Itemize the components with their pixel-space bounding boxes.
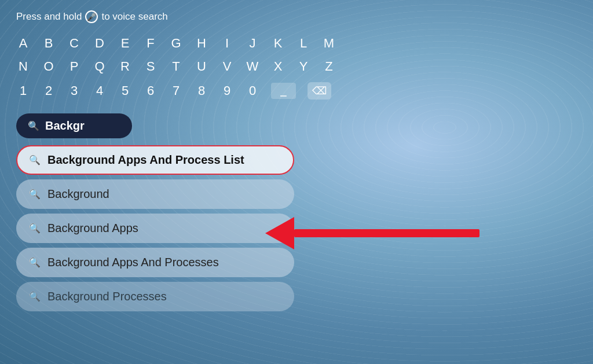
key-7[interactable]: 7 — [169, 83, 183, 98]
key-O[interactable]: O — [42, 59, 56, 74]
suggestion-item-3[interactable]: 🔍 Background Apps — [16, 214, 294, 243]
key-A[interactable]: A — [16, 36, 30, 51]
key-K[interactable]: K — [271, 36, 285, 51]
key-W[interactable]: W — [246, 59, 259, 74]
key-Y[interactable]: Y — [296, 59, 310, 74]
suggestion-text-4: Background Apps And Processes — [47, 256, 219, 269]
search-input-value: Backgr — [45, 119, 85, 133]
key-3[interactable]: 3 — [67, 83, 81, 98]
key-5[interactable]: 5 — [118, 83, 132, 98]
mic-icon: 🎤 — [85, 10, 98, 23]
key-0[interactable]: 0 — [246, 83, 259, 98]
key-H[interactable]: H — [195, 36, 208, 51]
suggestion-item-1[interactable]: 🔍 Background Apps And Process List — [16, 145, 294, 175]
key-F[interactable]: F — [144, 36, 158, 51]
voice-hint-suffix: to voice search — [101, 11, 167, 23]
key-J[interactable]: J — [246, 36, 259, 51]
key-I[interactable]: I — [220, 36, 234, 51]
key-9[interactable]: 9 — [220, 83, 234, 98]
key-S[interactable]: S — [144, 59, 158, 74]
keyboard-row-3: 1 2 3 4 5 6 7 8 9 0 ⎯ ⌫ — [16, 82, 577, 100]
suggestion-item-2[interactable]: 🔍 Background — [16, 179, 294, 209]
key-M[interactable]: M — [322, 36, 336, 51]
keyboard: A B C D E F G H I J K L M N O P Q R S T … — [16, 36, 577, 100]
suggestion-text-3: Background Apps — [47, 222, 138, 235]
search-bar[interactable]: 🔍 Backgr — [16, 113, 132, 138]
key-6[interactable]: 6 — [144, 83, 158, 98]
key-4[interactable]: 4 — [93, 83, 107, 98]
suggestion-search-icon-3: 🔍 — [29, 223, 41, 234]
suggestion-search-icon-1: 🔍 — [29, 155, 41, 166]
key-backspace[interactable]: ⌫ — [308, 82, 331, 100]
key-T[interactable]: T — [169, 59, 183, 74]
voice-hint-text: Press and hold — [16, 11, 82, 23]
key-C[interactable]: C — [67, 36, 81, 51]
key-P[interactable]: P — [67, 59, 81, 74]
voice-hint: Press and hold 🎤 to voice search — [16, 10, 577, 23]
key-B[interactable]: B — [42, 36, 56, 51]
suggestions-list: 🔍 Background Apps And Process List 🔍 Bac… — [16, 145, 577, 311]
key-space[interactable]: ⎯ — [271, 83, 296, 100]
suggestion-text-1: Background Apps And Process List — [47, 153, 244, 167]
key-8[interactable]: 8 — [195, 83, 208, 98]
keyboard-row-1: A B C D E F G H I J K L M — [16, 36, 577, 51]
key-2[interactable]: 2 — [42, 83, 56, 98]
suggestion-text-2: Background — [47, 187, 109, 201]
key-G[interactable]: G — [169, 36, 183, 51]
suggestion-text-5: Background Processes — [47, 290, 167, 303]
suggestion-search-icon-2: 🔍 — [29, 189, 41, 200]
key-R[interactable]: R — [118, 59, 132, 74]
suggestion-search-icon-5: 🔍 — [29, 291, 41, 302]
suggestion-item-5[interactable]: 🔍 Background Processes — [16, 282, 294, 311]
key-X[interactable]: X — [271, 59, 285, 74]
key-D[interactable]: D — [93, 36, 107, 51]
key-Q[interactable]: Q — [93, 59, 107, 74]
key-L[interactable]: L — [296, 36, 310, 51]
suggestion-search-icon-4: 🔍 — [29, 257, 41, 268]
key-V[interactable]: V — [220, 59, 234, 74]
key-N[interactable]: N — [16, 59, 30, 74]
key-Z[interactable]: Z — [322, 59, 336, 74]
suggestion-item-4[interactable]: 🔍 Background Apps And Processes — [16, 248, 294, 277]
keyboard-row-2: N O P Q R S T U V W X Y Z — [16, 59, 577, 74]
key-U[interactable]: U — [195, 59, 208, 74]
search-icon: 🔍 — [28, 120, 39, 131]
key-E[interactable]: E — [118, 36, 132, 51]
key-1[interactable]: 1 — [16, 83, 30, 98]
